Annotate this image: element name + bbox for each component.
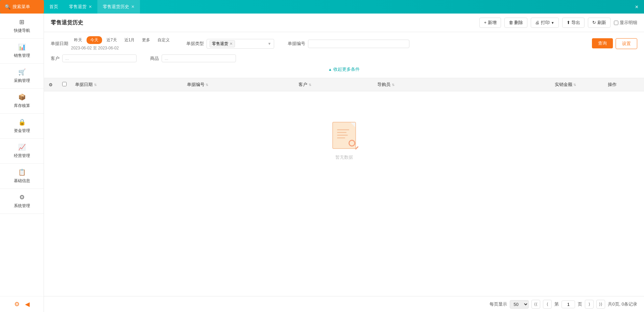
prev-page-btn[interactable]: ⟨	[543, 300, 552, 309]
setting-button[interactable]: 设置	[616, 38, 637, 49]
per-page-label: 每页显示	[490, 301, 507, 307]
collapse-section: ▲ 收起更多条件	[51, 65, 637, 74]
sidebar-item-base-info[interactable]: 📋 基础信息	[0, 164, 44, 189]
number-sort-icon[interactable]: ⇅	[206, 83, 208, 87]
doc-line-3	[337, 135, 348, 136]
tab-return-history-close[interactable]: ✕	[131, 4, 135, 9]
tab-return-history[interactable]: 零售退货历史 ✕	[97, 0, 140, 14]
audio-footer-icon[interactable]: ◀	[25, 300, 30, 308]
next-page-btn[interactable]: ⟩	[585, 300, 594, 309]
refresh-button[interactable]: ↻ 刷新	[588, 18, 611, 28]
sidebar-item-label-system: 系统管理	[14, 203, 30, 209]
doc-number-input[interactable]	[308, 40, 409, 48]
customer-input[interactable]: ...	[62, 54, 137, 62]
refresh-btn-label: ↻ 刷新	[592, 20, 606, 26]
page-number-input[interactable]	[562, 300, 575, 308]
export-button[interactable]: ⬆ 导出	[562, 18, 585, 28]
date-btn-last-month[interactable]: 近1月	[121, 36, 138, 44]
show-detail-checkbox-label[interactable]: 显示明细	[614, 20, 637, 26]
doc-type-dropdown-icon[interactable]: ▼	[267, 42, 271, 46]
date-sort-icon[interactable]: ⇅	[94, 83, 97, 87]
th-guide[interactable]: 导购员 ⇅	[373, 78, 469, 91]
doc-type-label: 单据类型	[186, 41, 204, 47]
amount-sort-icon[interactable]: ⇅	[573, 83, 576, 87]
table-area: ⚙ 单据日期 ⇅ 单据编号 ⇅	[44, 78, 644, 296]
print-dropdown-icon[interactable]: ▼	[551, 21, 554, 25]
date-btn-today[interactable]: 今天	[87, 36, 102, 44]
doc-type-tag-value: 零售退货	[212, 41, 228, 47]
base-info-icon: 📋	[18, 169, 26, 176]
sidebar-item-quick-nav[interactable]: ⊞ 快捷导航	[0, 14, 44, 39]
empty-text: 暂无数据	[335, 154, 353, 160]
operations-icon: 📈	[18, 143, 26, 151]
doc-line-4	[337, 137, 345, 138]
sidebar: ⊞ 快捷导航 📊 销售管理 🛒 采购管理 📦 库存核算 🔒 资金管理 📈 经营管…	[0, 14, 44, 312]
collapse-btn[interactable]: ▲ 收起更多条件	[324, 65, 364, 74]
magnifier-icon	[349, 140, 359, 150]
th-date[interactable]: 单据日期 ⇅	[71, 78, 183, 91]
tab-return-close[interactable]: ✕	[89, 4, 92, 9]
search-menu-btn[interactable]: 🔍 搜索菜单	[0, 0, 44, 14]
tab-home[interactable]: 首页	[44, 0, 64, 14]
filter-item-doc-number: 单据编号	[288, 40, 409, 48]
sidebar-item-label-inventory: 库存核算	[14, 103, 30, 109]
last-page-btn[interactable]: ⟩⟩	[596, 300, 605, 309]
doc-body	[332, 122, 356, 149]
collapse-up-icon: ▲	[328, 67, 332, 71]
settings-col-icon[interactable]: ⚙	[49, 82, 53, 87]
filter-item-date: 单据日期 昨天 今天 近7天 近1月 更多 自定义 2023-06-02 至 2…	[51, 36, 173, 51]
sidebar-item-purchase-mgmt[interactable]: 🛒 采购管理	[0, 64, 44, 89]
table-header-row: ⚙ 单据日期 ⇅ 单据编号 ⇅	[44, 78, 644, 91]
settings-footer-icon[interactable]: ⚙	[14, 300, 20, 308]
show-detail-checkbox[interactable]	[614, 21, 618, 25]
doc-line-1	[337, 129, 349, 130]
date-btn-more[interactable]: 更多	[139, 36, 153, 44]
delete-button[interactable]: 🗑 删除	[504, 18, 528, 28]
guide-sort-icon[interactable]: ⇅	[392, 83, 395, 87]
th-customer[interactable]: 客户 ⇅	[294, 78, 373, 91]
filter-item-customer: 客户 ...	[51, 54, 137, 62]
sidebar-item-finance[interactable]: 🔒 资金管理	[0, 114, 44, 139]
sidebar-item-label-quick-nav: 快捷导航	[14, 28, 30, 34]
doc-type-input[interactable]: 零售退货 ✕ ▼	[207, 39, 274, 49]
date-btn-last7[interactable]: 近7天	[103, 36, 120, 44]
date-btn-custom[interactable]: 自定义	[154, 36, 173, 44]
sidebar-item-label-sales: 销售管理	[14, 53, 30, 59]
tab-return[interactable]: 零售退货 ✕	[64, 0, 97, 14]
per-page-select[interactable]: 50 10 20 100	[510, 300, 529, 309]
doc-fold	[351, 122, 355, 127]
content-area: 零售退货历史 + 新增 🗑 删除 🖨 打印 ▼ ⬆ 导出 ↻ 刷新	[44, 14, 644, 312]
filter-dates: 昨天 今天 近7天 近1月 更多 自定义	[71, 36, 173, 44]
add-button[interactable]: + 新增	[479, 18, 501, 28]
inventory-icon: 📦	[18, 93, 26, 101]
doc-type-tag-remove[interactable]: ✕	[230, 42, 233, 46]
page-title: 零售退货历史	[51, 19, 83, 26]
tab-return-history-label: 零售退货历史	[103, 4, 129, 10]
tab-return-label: 零售退货	[69, 4, 87, 10]
date-btn-yesterday[interactable]: 昨天	[71, 36, 85, 44]
goods-placeholder: ...	[165, 56, 168, 61]
sidebar-item-operations[interactable]: 📈 经营管理	[0, 139, 44, 164]
th-number[interactable]: 单据编号 ⇅	[183, 78, 295, 91]
th-checkbox[interactable]	[57, 78, 71, 91]
empty-row: 暂无数据	[44, 91, 644, 188]
goods-input[interactable]: ...	[162, 54, 236, 62]
first-page-btn[interactable]: ⟨⟨	[531, 300, 540, 309]
sidebar-item-label-base-info: 基础信息	[14, 178, 30, 184]
filter-row-2: 客户 ... 商品 ...	[51, 54, 637, 62]
th-amount[interactable]: 实销金额 ⇅	[469, 78, 580, 91]
window-close-btn[interactable]: ✕	[635, 4, 644, 9]
search-icon: 🔍	[5, 4, 10, 9]
th-settings[interactable]: ⚙	[44, 78, 57, 91]
system-icon: ⚙	[19, 194, 25, 201]
export-btn-label: ⬆ 导出	[567, 20, 580, 26]
sidebar-item-system-mgmt[interactable]: ⚙ 系统管理	[0, 189, 44, 214]
customer-sort-icon[interactable]: ⇅	[309, 83, 311, 87]
print-button[interactable]: 🖨 打印 ▼	[531, 18, 559, 28]
select-all-checkbox[interactable]	[62, 82, 67, 86]
sidebar-item-inventory[interactable]: 📦 库存核算	[0, 89, 44, 114]
show-detail-label: 显示明细	[620, 20, 637, 26]
sidebar-item-sales-mgmt[interactable]: 📊 销售管理	[0, 39, 44, 64]
doc-line-2	[337, 132, 347, 133]
query-button[interactable]: 查询	[592, 38, 613, 48]
